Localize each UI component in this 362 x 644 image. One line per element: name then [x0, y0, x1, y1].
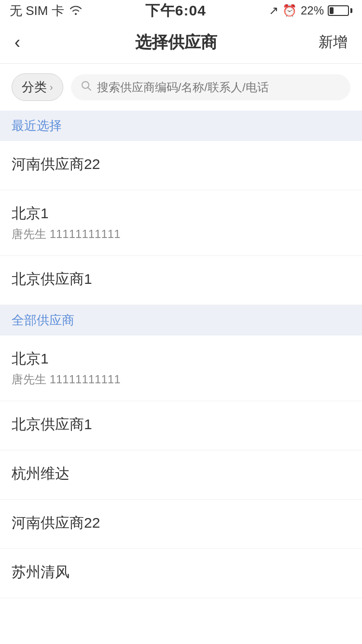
- status-time: 下午6:04: [145, 1, 206, 21]
- location-icon: ↗: [269, 4, 278, 17]
- item-sub: 唐先生 11111111111: [12, 372, 350, 387]
- recent-section-header: 最近选择: [0, 111, 362, 141]
- item-name: 北京供应商1: [12, 269, 350, 289]
- item-name: 河南供应商22: [12, 513, 350, 533]
- alarm-icon: ⏰: [282, 4, 297, 17]
- sim-status: 无 SIM 卡: [10, 2, 64, 19]
- category-label: 分类: [22, 79, 47, 96]
- list-item[interactable]: 苏州清风: [0, 549, 362, 598]
- battery-percent: 22%: [301, 4, 324, 17]
- recent-list: 河南供应商22北京1唐先生 11111111111北京供应商1: [0, 141, 362, 305]
- category-button[interactable]: 分类 ›: [12, 73, 63, 101]
- all-list: 北京1唐先生 11111111111北京供应商1杭州维达河南供应商22苏州清风: [0, 336, 362, 598]
- all-section-label: 全部供应商: [12, 313, 74, 327]
- nav-bar: ‹ 选择供应商 新增: [0, 21, 362, 64]
- wifi-icon: [69, 3, 83, 18]
- chevron-right-icon: ›: [50, 82, 53, 93]
- filter-bar: 分类 ›: [0, 64, 362, 111]
- list-item[interactable]: 北京1唐先生 11111111111: [0, 190, 362, 256]
- list-item[interactable]: 河南供应商22: [0, 500, 362, 549]
- all-section-header: 全部供应商: [0, 305, 362, 336]
- list-item[interactable]: 北京供应商1: [0, 256, 362, 305]
- item-name: 北京1: [12, 349, 350, 369]
- svg-line-1: [88, 87, 91, 90]
- status-right: ↗ ⏰ 22%: [269, 4, 352, 17]
- status-bar: 无 SIM 卡 下午6:04 ↗ ⏰ 22%: [0, 0, 362, 21]
- item-name: 杭州维达: [12, 464, 350, 484]
- status-left: 无 SIM 卡: [10, 2, 83, 19]
- item-name: 北京供应商1: [12, 415, 350, 434]
- list-item[interactable]: 北京1唐先生 11111111111: [0, 336, 362, 401]
- item-sub: 唐先生 11111111111: [12, 226, 350, 242]
- recent-section-label: 最近选择: [12, 118, 62, 133]
- list-item[interactable]: 北京供应商1: [0, 401, 362, 450]
- search-box[interactable]: [71, 74, 350, 100]
- battery-icon: [328, 5, 352, 16]
- list-item[interactable]: 杭州维达: [0, 450, 362, 500]
- add-button[interactable]: 新增: [309, 32, 348, 52]
- item-name: 北京1: [12, 204, 350, 224]
- item-name: 苏州清风: [12, 562, 350, 582]
- item-name: 河南供应商22: [12, 154, 350, 174]
- search-icon: [81, 80, 92, 95]
- list-item[interactable]: 河南供应商22: [0, 141, 362, 190]
- search-input[interactable]: [97, 81, 341, 94]
- page-title: 选择供应商: [135, 31, 217, 54]
- back-button[interactable]: ‹: [14, 32, 43, 53]
